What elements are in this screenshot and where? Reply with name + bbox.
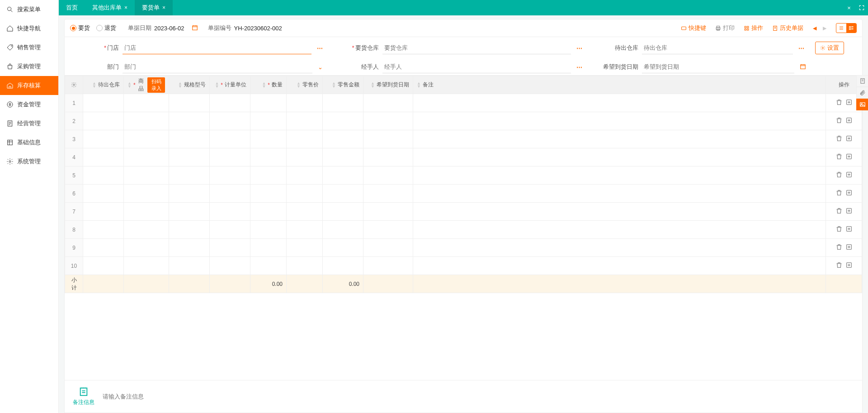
scan-tag[interactable]: 扫码录入	[147, 77, 165, 93]
store-input[interactable]	[123, 42, 311, 54]
calendar-icon[interactable]	[192, 24, 198, 32]
delete-icon[interactable]	[835, 117, 843, 124]
sidebar-item-funds[interactable]: 资金管理	[0, 95, 58, 114]
home-icon	[6, 25, 14, 32]
sidebar-item-sales[interactable]: 销售管理	[0, 38, 58, 57]
print-button[interactable]: 打印	[715, 24, 735, 32]
add-icon[interactable]	[845, 153, 853, 160]
delete-icon[interactable]	[835, 153, 843, 160]
lookup-icon[interactable]: ⋯	[315, 45, 325, 52]
chevron-down-icon[interactable]: ⌄	[316, 64, 325, 71]
sidebar-item-purchase[interactable]: 采购管理	[0, 57, 58, 76]
prev-icon[interactable]: ◀	[811, 24, 819, 32]
table-row[interactable]: 9	[65, 239, 862, 257]
expect-date-input[interactable]	[642, 61, 794, 73]
sort-icon[interactable]: ▲▼	[417, 82, 421, 88]
tab-other-outbound[interactable]: 其他出库单 ×	[85, 0, 135, 15]
close-icon[interactable]: ×	[162, 5, 165, 11]
svg-rect-6	[192, 25, 197, 29]
dept-input[interactable]	[123, 61, 312, 73]
svg-rect-7	[682, 27, 686, 30]
table-row[interactable]: 7	[65, 203, 862, 221]
sidebar-item-quicknav[interactable]: 快捷导航	[0, 19, 58, 38]
sort-icon[interactable]: ▲▼	[92, 82, 96, 88]
delete-icon[interactable]	[835, 243, 843, 251]
calendar-icon[interactable]	[798, 63, 808, 71]
col-spec[interactable]: ▲▼规格型号	[169, 76, 210, 94]
field-store: *门店 ⋯	[83, 42, 325, 54]
sort-icon[interactable]: ▲▼	[371, 82, 375, 88]
tab-home[interactable]: 首页	[59, 0, 85, 15]
col-gear[interactable]	[65, 76, 83, 94]
sidebar-item-system[interactable]: 系统管理	[0, 152, 58, 171]
dock-note-icon[interactable]	[856, 75, 868, 87]
table-row[interactable]: 8	[65, 221, 862, 239]
col-qty[interactable]: ▲▼*数量	[250, 76, 287, 94]
sort-icon[interactable]: ▲▼	[178, 82, 182, 88]
history-button[interactable]: 历史单据	[772, 24, 803, 32]
delete-icon[interactable]	[835, 207, 843, 214]
table-row[interactable]: 6	[65, 185, 862, 203]
next-icon[interactable]: ▶	[821, 24, 829, 32]
add-icon[interactable]	[845, 135, 853, 142]
col-remark[interactable]: ▲▼备注	[413, 76, 826, 94]
add-icon[interactable]	[845, 207, 853, 214]
sort-icon[interactable]: ▲▼	[127, 82, 132, 88]
delete-icon[interactable]	[835, 99, 843, 106]
col-amount[interactable]: ▲▼零售金额	[323, 76, 363, 94]
dock-attach-icon[interactable]	[856, 87, 868, 99]
fullscreen-icon[interactable]	[855, 0, 868, 15]
dock-image-icon[interactable]	[856, 99, 868, 110]
radio-return[interactable]: 退货	[96, 24, 116, 32]
shortcut-button[interactable]: 快捷键	[681, 24, 706, 32]
lookup-icon[interactable]: ⋯	[575, 45, 584, 52]
settings-button[interactable]: 设置	[815, 42, 844, 54]
add-icon[interactable]	[845, 117, 853, 124]
tab-request[interactable]: 要货单 ×	[135, 0, 173, 15]
col-product[interactable]: ▲▼*商品扫码录入	[124, 76, 169, 94]
sidebar-item-search[interactable]: 搜索菜单	[0, 0, 58, 19]
table-row[interactable]: 10	[65, 257, 862, 275]
add-icon[interactable]	[845, 225, 853, 233]
col-out-warehouse[interactable]: ▲▼待出仓库	[83, 76, 124, 94]
req-warehouse-input[interactable]	[382, 42, 571, 54]
radio-request[interactable]: 要货	[70, 24, 90, 32]
close-icon[interactable]: ×	[124, 5, 127, 11]
remark-input[interactable]	[103, 393, 854, 400]
tab-label: 要货单	[142, 4, 160, 12]
add-icon[interactable]	[845, 189, 853, 196]
out-warehouse-input[interactable]	[642, 42, 793, 54]
view-list-icon[interactable]	[836, 24, 846, 33]
table-row[interactable]: 3	[65, 130, 862, 148]
table-row[interactable]: 5	[65, 166, 862, 185]
col-unit[interactable]: ▲▼*计量单位	[210, 76, 250, 94]
sort-icon[interactable]: ▲▼	[297, 82, 301, 88]
delete-icon[interactable]	[835, 225, 843, 233]
delete-icon[interactable]	[835, 135, 843, 142]
add-icon[interactable]	[845, 261, 853, 269]
delete-icon[interactable]	[835, 261, 843, 269]
sort-icon[interactable]: ▲▼	[215, 82, 219, 88]
operate-button[interactable]: 操作	[744, 24, 763, 32]
date-value[interactable]: 2023-06-02	[154, 25, 184, 32]
add-icon[interactable]	[845, 171, 853, 178]
delete-icon[interactable]	[835, 189, 843, 196]
add-icon[interactable]	[845, 243, 853, 251]
handler-input[interactable]	[382, 61, 571, 73]
table-row[interactable]: 1	[65, 94, 862, 112]
lookup-icon[interactable]: ⋯	[797, 45, 806, 52]
tab-close-all[interactable]: ×	[843, 0, 855, 15]
sort-icon[interactable]: ▲▼	[262, 82, 266, 88]
lookup-icon[interactable]: ⋯	[575, 64, 584, 71]
sidebar-item-baseinfo[interactable]: 基础信息	[0, 133, 58, 152]
col-price[interactable]: ▲▼零售价	[287, 76, 323, 94]
add-icon[interactable]	[845, 99, 853, 106]
sidebar-item-inventory[interactable]: 库存核算	[0, 76, 58, 95]
col-expect[interactable]: ▲▼希望到货日期	[363, 76, 413, 94]
table-row[interactable]: 2	[65, 112, 862, 130]
view-card-icon[interactable]	[846, 24, 856, 33]
delete-icon[interactable]	[835, 171, 843, 178]
table-row[interactable]: 4	[65, 148, 862, 166]
sidebar-item-business[interactable]: 经营管理	[0, 114, 58, 133]
sort-icon[interactable]: ▲▼	[332, 82, 336, 88]
